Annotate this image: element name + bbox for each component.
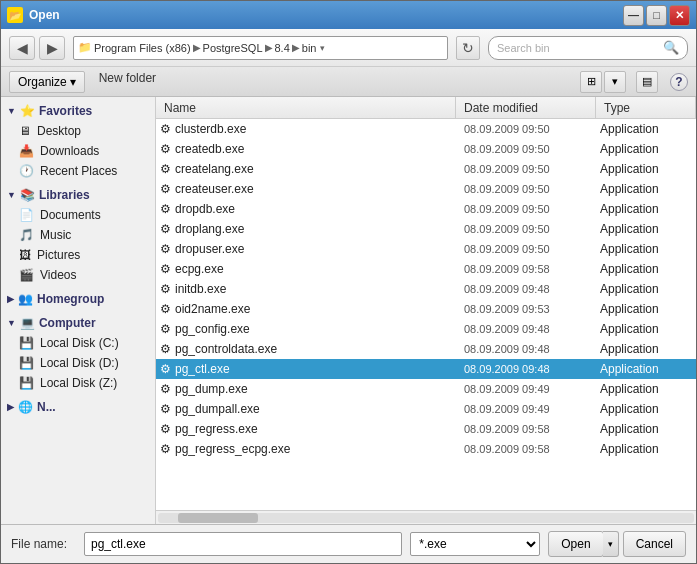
path-dropdown-arrow[interactable]: ▾ (320, 43, 325, 53)
libraries-header[interactable]: ▼ 📚 Libraries (1, 185, 155, 205)
file-type: Application (596, 202, 696, 216)
file-icon: ⚙ (160, 342, 171, 356)
path-label-3: 8.4 (275, 42, 290, 54)
music-icon: 🎵 (19, 228, 34, 242)
navigation-panel: ▼ ⭐ Favorites 🖥 Desktop 📥 Downloads 🕐 Re… (1, 97, 156, 524)
column-date-header[interactable]: Date modified (456, 97, 596, 118)
refresh-button[interactable]: ↻ (456, 36, 480, 60)
file-name-cell: ⚙clusterdb.exe (156, 122, 456, 136)
table-row[interactable]: ⚙createlang.exe08.09.2009 09:50Applicati… (156, 159, 696, 179)
sidebar-item-music[interactable]: 🎵 Music (1, 225, 155, 245)
view-details-dropdown[interactable]: ▾ (604, 71, 626, 93)
favorites-label: Favorites (39, 104, 92, 118)
homegroup-icon: 👥 (18, 292, 33, 306)
computer-header[interactable]: ▼ 💻 Computer (1, 313, 155, 333)
back-button[interactable]: ◀ (9, 36, 35, 60)
table-row[interactable]: ⚙initdb.exe08.09.2009 09:48Application (156, 279, 696, 299)
close-button[interactable]: ✕ (669, 5, 690, 26)
computer-expand-icon: ▼ (7, 318, 16, 328)
file-list: ⚙clusterdb.exe08.09.2009 09:50Applicatio… (156, 119, 696, 510)
file-type: Application (596, 262, 696, 276)
filename-input[interactable] (84, 532, 402, 556)
file-type: Application (596, 322, 696, 336)
file-name: ecpg.exe (175, 262, 224, 276)
file-date: 08.09.2009 09:48 (456, 283, 596, 295)
address-toolbar: ◀ ▶ 📁 Program Files (x86) ▶ PostgreSQL ▶… (1, 29, 696, 67)
table-row[interactable]: ⚙pg_dump.exe08.09.2009 09:49Application (156, 379, 696, 399)
favorites-section: ▼ ⭐ Favorites 🖥 Desktop 📥 Downloads 🕐 Re… (1, 101, 155, 181)
file-icon: ⚙ (160, 362, 171, 376)
table-row[interactable]: ⚙pg_regress_ecpg.exe08.09.2009 09:58Appl… (156, 439, 696, 459)
sidebar-item-documents[interactable]: 📄 Documents (1, 205, 155, 225)
horizontal-scrollbar[interactable] (156, 510, 696, 524)
file-date: 08.09.2009 09:58 (456, 423, 596, 435)
table-row[interactable]: ⚙pg_regress.exe08.09.2009 09:58Applicati… (156, 419, 696, 439)
file-type: Application (596, 362, 696, 376)
libraries-label: Libraries (39, 188, 90, 202)
file-name-cell: ⚙createdb.exe (156, 142, 456, 156)
sidebar-item-local-disk-c[interactable]: 💾 Local Disk (C:) (1, 333, 155, 353)
table-row[interactable]: ⚙oid2name.exe08.09.2009 09:53Application (156, 299, 696, 319)
table-row[interactable]: ⚙dropdb.exe08.09.2009 09:50Application (156, 199, 696, 219)
file-name: initdb.exe (175, 282, 226, 296)
network-header[interactable]: ▶ 🌐 N... (1, 397, 155, 417)
address-bar[interactable]: 📁 Program Files (x86) ▶ PostgreSQL ▶ 8.4… (73, 36, 448, 60)
disk-icon-z: 💾 (19, 376, 34, 390)
open-arrow-button[interactable]: ▾ (603, 531, 619, 557)
desktop-label: Desktop (37, 124, 81, 138)
column-name-header[interactable]: Name (156, 97, 456, 118)
table-row[interactable]: ⚙clusterdb.exe08.09.2009 09:50Applicatio… (156, 119, 696, 139)
file-icon: ⚙ (160, 242, 171, 256)
sidebar-item-local-disk-d[interactable]: 💾 Local Disk (D:) (1, 353, 155, 373)
path-label-2: PostgreSQL (203, 42, 263, 54)
table-row[interactable]: ⚙createuser.exe08.09.2009 09:50Applicati… (156, 179, 696, 199)
file-icon: ⚙ (160, 142, 171, 156)
table-row[interactable]: ⚙pg_dumpall.exe08.09.2009 09:49Applicati… (156, 399, 696, 419)
filetype-select[interactable]: *.exe (410, 532, 540, 556)
sidebar-item-pictures[interactable]: 🖼 Pictures (1, 245, 155, 265)
file-name: createdb.exe (175, 142, 244, 156)
open-button[interactable]: Open (548, 531, 603, 557)
file-name-cell: ⚙pg_dump.exe (156, 382, 456, 396)
table-row[interactable]: ⚙dropuser.exe08.09.2009 09:50Application (156, 239, 696, 259)
folder-icon-1: 📁 (78, 41, 92, 54)
maximize-button[interactable]: □ (646, 5, 667, 26)
search-box[interactable]: Search bin 🔍 (488, 36, 688, 60)
minimize-button[interactable]: — (623, 5, 644, 26)
homegroup-header[interactable]: ▶ 👥 Homegroup (1, 289, 155, 309)
table-row[interactable]: ⚙pg_controldata.exe08.09.2009 09:48Appli… (156, 339, 696, 359)
cancel-button[interactable]: Cancel (623, 531, 686, 557)
sidebar-item-desktop[interactable]: 🖥 Desktop (1, 121, 155, 141)
table-row[interactable]: ⚙droplang.exe08.09.2009 09:50Application (156, 219, 696, 239)
table-row[interactable]: ⚙ecpg.exe08.09.2009 09:58Application (156, 259, 696, 279)
file-date: 08.09.2009 09:58 (456, 443, 596, 455)
column-type-header[interactable]: Type (596, 97, 696, 118)
recent-places-icon: 🕐 (19, 164, 34, 178)
forward-button[interactable]: ▶ (39, 36, 65, 60)
sidebar-item-local-disk-z[interactable]: 💾 Local Disk (Z:) (1, 373, 155, 393)
videos-icon: 🎬 (19, 268, 34, 282)
preview-pane-button[interactable]: ▤ (636, 71, 658, 93)
title-bar: 📂 Open — □ ✕ (1, 1, 696, 29)
sidebar-item-recent-places[interactable]: 🕐 Recent Places (1, 161, 155, 181)
action-buttons: Open ▾ Cancel (548, 531, 686, 557)
column-headers: Name Date modified Type (156, 97, 696, 119)
path-segment-2: PostgreSQL (203, 42, 263, 54)
sidebar-item-downloads[interactable]: 📥 Downloads (1, 141, 155, 161)
disk-icon-d: 💾 (19, 356, 34, 370)
recent-places-label: Recent Places (40, 164, 117, 178)
organize-button[interactable]: Organize ▾ (9, 71, 85, 93)
new-folder-button[interactable]: New folder (93, 71, 162, 93)
file-name: createlang.exe (175, 162, 254, 176)
view-list-button[interactable]: ⊞ (580, 71, 602, 93)
table-row[interactable]: ⚙pg_ctl.exe08.09.2009 09:48Application (156, 359, 696, 379)
table-row[interactable]: ⚙pg_config.exe08.09.2009 09:48Applicatio… (156, 319, 696, 339)
file-icon: ⚙ (160, 382, 171, 396)
file-date: 08.09.2009 09:58 (456, 263, 596, 275)
file-date: 08.09.2009 09:53 (456, 303, 596, 315)
help-button[interactable]: ? (670, 73, 688, 91)
sidebar-item-videos[interactable]: 🎬 Videos (1, 265, 155, 285)
h-scroll-track (158, 513, 694, 523)
favorites-header[interactable]: ▼ ⭐ Favorites (1, 101, 155, 121)
table-row[interactable]: ⚙createdb.exe08.09.2009 09:50Application (156, 139, 696, 159)
